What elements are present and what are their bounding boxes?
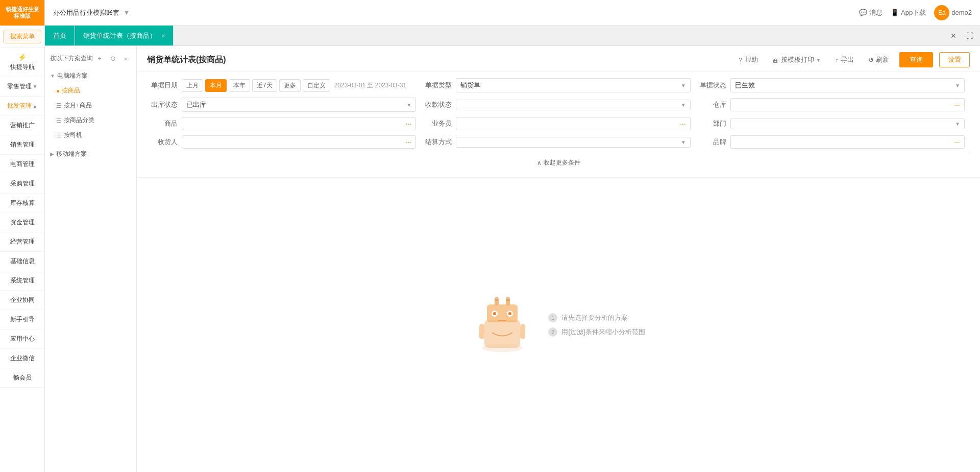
docstatus-arrow-icon: ▼: [955, 83, 960, 88]
search-menu-btn[interactable]: 搜索菜单: [3, 30, 41, 43]
warehouse-status-label: 出库状态: [147, 100, 182, 109]
warehouse-status-control: 已出库 ▼: [182, 98, 421, 112]
filter-row3: 商品 ··· 业务员 ···: [147, 117, 970, 130]
window-expand-btn[interactable]: ⛶: [964, 30, 976, 42]
help-btn[interactable]: ? 帮助: [734, 53, 762, 66]
sidebar-item-system[interactable]: 系统管理: [0, 271, 44, 291]
app-logo[interactable]: 畅捷通好生意 标准版: [0, 0, 44, 26]
tree-item-by-machine[interactable]: ☰ 按司机: [45, 128, 136, 143]
topbar: 办公用品行业模拟账套 ▼ 💬 消息 📱 App下载 Ea demo2: [45, 0, 980, 26]
collapse-btn[interactable]: ∧ 收起更多条件: [147, 154, 970, 171]
svg-rect-2: [487, 304, 518, 322]
sidebar-item-basic[interactable]: 基础信息: [0, 252, 44, 271]
tip2-num: 2: [548, 327, 557, 337]
by-goods-icon: ●: [56, 87, 60, 95]
svg-rect-9: [520, 324, 525, 339]
date-btn-custom[interactable]: 自定义: [303, 79, 330, 92]
sidebar-item-finance[interactable]: 资金管理: [0, 213, 44, 232]
dept-select[interactable]: ▼: [730, 119, 965, 129]
corp-label: 企业协同: [10, 296, 35, 304]
mobile-section: ▶ 移动端方案: [45, 145, 136, 163]
goods-select[interactable]: ···: [182, 117, 416, 130]
tab-home-label: 首页: [53, 31, 66, 40]
date-btn-this-year[interactable]: 本年: [229, 79, 250, 92]
settle-select[interactable]: ▼: [456, 137, 690, 148]
panel-header-label: 按以下方案查询: [50, 54, 93, 63]
sidebar-item-ecommerce[interactable]: 电商管理: [0, 155, 44, 174]
collapse-up-icon: ∧: [537, 159, 542, 167]
filter-brand-col: 品牌 ···: [696, 135, 970, 149]
export-icon: ↑: [836, 56, 839, 64]
warehouse-dots-icon[interactable]: ···: [954, 101, 960, 109]
sidebar-item-wechat[interactable]: 企业微信: [0, 349, 44, 368]
date-btn-this-month[interactable]: 本月: [205, 79, 227, 92]
sidebar-item-purchase[interactable]: 采购管理: [0, 174, 44, 194]
avatar: Ea: [934, 5, 949, 20]
goods-dots-icon[interactable]: ···: [406, 120, 412, 128]
by-month-goods-label: 按月+商品: [64, 101, 92, 110]
expand-icon: ▼: [50, 73, 55, 79]
tree-item-by-category[interactable]: ☰ 按商品分类: [45, 113, 136, 128]
print-label: 按模板打印: [781, 55, 814, 64]
help-icon: ?: [739, 56, 742, 64]
export-btn[interactable]: ↑ 导出: [831, 53, 859, 66]
empty-tip1: 1 请先选择要分析的方案: [548, 313, 645, 322]
edit-scheme-btn[interactable]: ⊙: [108, 53, 118, 63]
refresh-icon: ↺: [868, 56, 874, 64]
filter-payment-status-col: 收款状态 ▼: [421, 100, 695, 110]
warehouse-select[interactable]: ···: [730, 98, 965, 111]
tip2-text: 用[过滤]条件来缩小分析范围: [561, 327, 645, 337]
warehouse-status-select[interactable]: 已出库 ▼: [182, 98, 416, 112]
sidebar-item-guide[interactable]: 新手引导: [0, 310, 44, 329]
doctype-select[interactable]: 销货单 ▼: [456, 78, 690, 92]
industry-dropdown-icon[interactable]: ▼: [124, 9, 130, 16]
mobile-section-header[interactable]: ▶ 移动端方案: [45, 147, 136, 161]
payment-select[interactable]: ▼: [456, 100, 690, 110]
user-profile[interactable]: Ea demo2: [934, 5, 972, 20]
retail-arrow-icon: ▼: [33, 84, 38, 89]
sidebar-item-retail[interactable]: 零售管理 ▼: [0, 77, 44, 97]
sidebar-item-apps[interactable]: 应用中心: [0, 329, 44, 349]
guide-label: 新手引导: [10, 315, 35, 324]
panel-header-icons: + ⊙ «: [94, 53, 131, 63]
warehouse-status-value: 已出库: [186, 100, 406, 109]
message-btn[interactable]: 💬 消息: [859, 8, 883, 17]
tab-close-icon[interactable]: ×: [161, 32, 165, 39]
sidebar-quick-nav[interactable]: ⚡ 快捷导航: [0, 48, 44, 77]
tree-item-by-month-goods[interactable]: ☰ 按月+商品: [45, 98, 136, 113]
sidebar-item-corp[interactable]: 企业协同: [0, 291, 44, 310]
tab-sales-report[interactable]: 销货单统计表（按商品） ×: [75, 26, 174, 45]
finance-label: 资金管理: [10, 218, 35, 227]
query-btn[interactable]: 查询: [899, 52, 933, 67]
tree-item-by-goods[interactable]: ● 按商品: [45, 83, 136, 98]
date-btn-last-month[interactable]: 上月: [182, 79, 203, 92]
settings-btn[interactable]: 设置: [939, 52, 970, 67]
sidebar-item-wholesale[interactable]: 批发管理 ▲: [0, 97, 44, 116]
add-scheme-btn[interactable]: +: [94, 53, 105, 63]
logo-text: 畅捷通好生意: [6, 6, 39, 13]
main-container: 办公用品行业模拟账套 ▼ 💬 消息 📱 App下载 Ea demo2 首页 销货…: [45, 0, 980, 472]
sidebar-item-operation[interactable]: 经营管理: [0, 232, 44, 252]
brand-select[interactable]: ···: [730, 135, 965, 149]
refresh-btn[interactable]: ↺ 刷新: [864, 53, 893, 66]
app-download-btn[interactable]: 📱 App下载: [891, 8, 926, 17]
staff-select[interactable]: ···: [456, 117, 690, 130]
receiver-select[interactable]: ···: [182, 135, 416, 149]
sidebar-item-inventory[interactable]: 库存核算: [0, 194, 44, 213]
print-btn[interactable]: 🖨 按模板打印 ▼: [768, 53, 825, 66]
desktop-section-header[interactable]: ▼ 电脑端方案: [45, 68, 136, 83]
date-btn-7days[interactable]: 近7天: [252, 79, 277, 92]
sidebar-item-marketing[interactable]: 营销推广: [0, 116, 44, 135]
purchase-label: 采购管理: [10, 179, 35, 188]
sidebar-item-member[interactable]: 畅会员: [0, 368, 44, 388]
sidebar-item-sales[interactable]: 销售管理: [0, 135, 44, 155]
docstatus-label: 单据状态: [696, 81, 730, 90]
brand-dots-icon[interactable]: ···: [954, 138, 960, 146]
date-btn-more[interactable]: 更多: [279, 79, 301, 92]
staff-dots-icon[interactable]: ···: [680, 120, 686, 128]
receiver-dots-icon[interactable]: ···: [406, 138, 412, 146]
docstatus-select[interactable]: 已生效 ▼: [730, 78, 965, 92]
tab-home[interactable]: 首页: [45, 26, 75, 45]
window-close-btn[interactable]: ✕: [947, 30, 960, 42]
collapse-panel-btn[interactable]: «: [121, 53, 131, 63]
